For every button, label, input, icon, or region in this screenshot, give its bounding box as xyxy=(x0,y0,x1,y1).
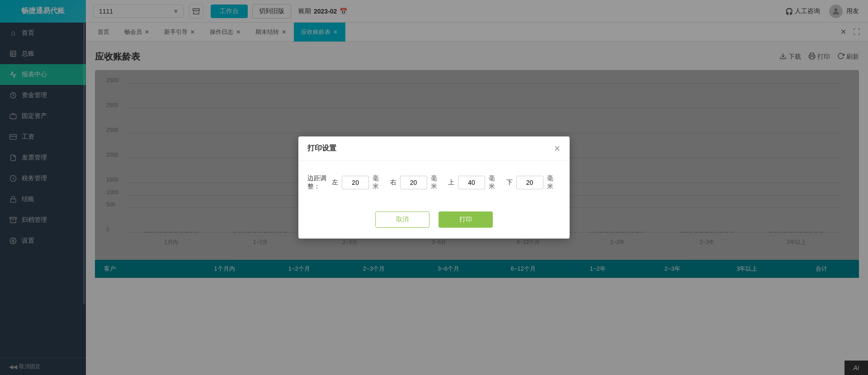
top-unit: 毫米 xyxy=(489,174,497,191)
bottom-margin-input[interactable] xyxy=(516,176,543,189)
right-label: 右 xyxy=(390,178,396,187)
right-margin-input[interactable] xyxy=(400,176,427,189)
bottom-label: 下 xyxy=(506,178,513,187)
modal-body: 边距调整： 左 毫米 右 毫米 上 毫米 下 毫米 xyxy=(298,161,570,204)
bottom-unit: 毫米 xyxy=(547,174,555,191)
print-confirm-button[interactable]: 打印 xyxy=(439,211,493,228)
margin-setting-row: 边距调整： 左 毫米 右 毫米 上 毫米 下 毫米 xyxy=(307,174,561,191)
modal-footer: 取消 打印 xyxy=(298,204,570,239)
modal-title: 打印设置 xyxy=(307,144,336,153)
right-unit: 毫米 xyxy=(431,174,439,191)
modal-overlay: 打印设置 ✕ 边距调整： 左 毫米 右 毫米 上 毫米 下 毫米 取消 打印 xyxy=(0,0,868,375)
print-settings-dialog: 打印设置 ✕ 边距调整： 左 毫米 右 毫米 上 毫米 下 毫米 取消 打印 xyxy=(298,136,570,239)
top-label: 上 xyxy=(448,178,454,187)
modal-close-button[interactable]: ✕ xyxy=(554,145,561,153)
left-margin-input[interactable] xyxy=(342,176,369,189)
modal-header: 打印设置 ✕ xyxy=(298,136,570,161)
top-margin-input[interactable] xyxy=(458,176,485,189)
cancel-button[interactable]: 取消 xyxy=(375,211,429,228)
left-label: 左 xyxy=(332,178,338,187)
margin-label: 边距调整： xyxy=(307,174,328,191)
left-unit: 毫米 xyxy=(373,174,381,191)
